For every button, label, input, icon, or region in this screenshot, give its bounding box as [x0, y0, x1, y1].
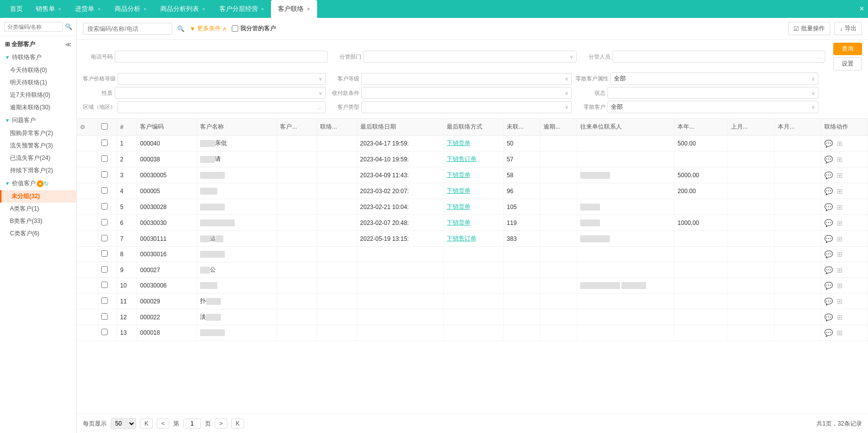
- last-method-col-header[interactable]: 最后联络方式: [444, 119, 504, 136]
- grid-icon[interactable]: ⊞: [837, 155, 843, 163]
- checkbox-cell[interactable]: [98, 231, 117, 247]
- chat-icon[interactable]: 💬: [824, 297, 833, 305]
- chat-icon[interactable]: 💬: [824, 140, 833, 147]
- checkbox-cell[interactable]: [98, 247, 117, 262]
- window-close-icon[interactable]: ×: [860, 4, 864, 13]
- phone-input[interactable]: [115, 51, 328, 63]
- batch-operation-btn[interactable]: ☑ 批量操作: [788, 22, 830, 35]
- sidebar-group-title[interactable]: ▼价值客户 ● ↻: [0, 177, 76, 190]
- checkbox-cell[interactable]: [98, 167, 117, 183]
- chat-icon[interactable]: 💬: [824, 171, 833, 179]
- this-year-col-header[interactable]: 本年...: [674, 119, 728, 136]
- chat-icon[interactable]: 💬: [824, 203, 833, 211]
- refresh-icon[interactable]: ↻: [44, 180, 49, 187]
- code-col-header[interactable]: 客户编码 :: [137, 119, 197, 136]
- last-method-link[interactable]: 下销货单: [447, 203, 470, 210]
- page-input[interactable]: [183, 419, 201, 429]
- name-col-header[interactable]: 客户名称 :: [197, 119, 277, 136]
- checkbox-col-header[interactable]: [98, 119, 117, 136]
- sidebar-group-title[interactable]: ▼问题客户: [0, 114, 76, 127]
- retail-customer-select[interactable]: 全部∨: [607, 101, 818, 113]
- chat-icon[interactable]: 💬: [824, 282, 833, 289]
- tab-close-icon[interactable]: ×: [261, 6, 264, 12]
- region-select[interactable]: …: [118, 101, 326, 113]
- last-method-link[interactable]: 下销货单: [447, 140, 470, 146]
- sidebar-item[interactable]: C类客户(6): [0, 227, 76, 240]
- contact-col-header[interactable]: 联络... :: [317, 119, 357, 136]
- price-level-select[interactable]: ∨: [118, 73, 326, 85]
- retail-attr-select[interactable]: 全部∨: [610, 72, 818, 85]
- tab-close-icon[interactable]: ×: [202, 6, 205, 12]
- grid-icon[interactable]: ⊞: [837, 329, 843, 337]
- sidebar-item[interactable]: 逾期未联络(30): [0, 101, 76, 114]
- company-contact-col-header[interactable]: 往来单位联系人: [577, 119, 674, 136]
- export-btn[interactable]: ↓ 导出: [834, 22, 862, 35]
- dept-select[interactable]: ∨: [363, 51, 576, 63]
- checkbox-cell[interactable]: [98, 199, 117, 215]
- checkbox-cell[interactable]: [98, 215, 117, 231]
- chat-icon[interactable]: 💬: [824, 250, 833, 258]
- sidebar-group-title[interactable]: ▼待联络客户: [0, 51, 76, 64]
- tab-close-icon[interactable]: ×: [143, 6, 146, 12]
- sidebar-search-input[interactable]: [4, 22, 63, 32]
- last-method-link[interactable]: 下销售订单: [447, 235, 476, 242]
- overdue-col-header[interactable]: 逾期...: [540, 119, 577, 136]
- last-method-link[interactable]: 下销货单: [447, 219, 470, 226]
- checkbox-cell[interactable]: [98, 136, 117, 151]
- chat-icon[interactable]: 💬: [824, 155, 833, 163]
- nature-select[interactable]: ∨: [115, 87, 326, 99]
- first-page-btn[interactable]: K: [140, 419, 153, 429]
- last-month-col-header[interactable]: 上月...: [728, 119, 774, 136]
- payment-select[interactable]: ∨: [361, 87, 572, 99]
- grid-icon[interactable]: ⊞: [837, 282, 843, 289]
- sidebar-item[interactable]: A类客户(1): [0, 203, 76, 215]
- checkbox-cell[interactable]: [98, 293, 117, 309]
- filter-search-icon[interactable]: 🔍: [177, 25, 185, 32]
- tab-close-icon[interactable]: ×: [97, 6, 100, 12]
- checkbox-cell[interactable]: [98, 309, 117, 325]
- nav-tab-客户联络[interactable]: 客户联络×: [271, 0, 317, 18]
- next-page-btn[interactable]: >: [215, 419, 227, 429]
- sidebar-item[interactable]: 明天待联络(1): [0, 76, 76, 89]
- reset-btn[interactable]: 设置: [833, 57, 862, 71]
- checkbox-cell[interactable]: [98, 151, 117, 167]
- chat-icon[interactable]: 💬: [824, 187, 833, 195]
- last-method-link[interactable]: 下销售订单: [447, 155, 476, 162]
- grid-icon[interactable]: ⊞: [837, 313, 843, 321]
- grid-icon[interactable]: ⊞: [837, 203, 843, 211]
- grid-icon[interactable]: ⊞: [837, 187, 843, 195]
- all-customers-header[interactable]: ⊞ 全部客户 ≪: [0, 36, 76, 51]
- last-page-btn[interactable]: K: [231, 419, 244, 429]
- chat-icon[interactable]: 💬: [824, 219, 833, 227]
- tab-close-icon[interactable]: ×: [58, 6, 61, 12]
- sidebar-search-icon[interactable]: 🔍: [65, 23, 72, 30]
- grid-icon[interactable]: ⊞: [837, 171, 843, 179]
- prev-page-btn[interactable]: <: [157, 419, 169, 429]
- more-conditions-btn[interactable]: ▼ 更多条件 ∧: [190, 24, 227, 33]
- sidebar-item[interactable]: 近7天待联络(0): [0, 89, 76, 101]
- checkbox-cell[interactable]: [98, 183, 117, 199]
- grid-icon[interactable]: ⊞: [837, 266, 843, 274]
- sidebar-item[interactable]: 已流失客户(24): [0, 152, 76, 164]
- type-col-header[interactable]: 客户... :: [277, 119, 317, 136]
- chat-icon[interactable]: 💬: [824, 313, 833, 321]
- checkbox-cell[interactable]: [98, 262, 117, 278]
- chat-icon[interactable]: 💬: [824, 266, 833, 274]
- sidebar-item[interactable]: B类客户(33): [0, 215, 76, 227]
- nav-home[interactable]: 首页: [4, 4, 29, 13]
- manager-select[interactable]: …: [612, 51, 825, 63]
- nav-tab-商品分析列表[interactable]: 商品分析列表×: [153, 0, 212, 18]
- checkbox-cell[interactable]: [98, 325, 117, 341]
- chat-icon[interactable]: 💬: [824, 329, 833, 337]
- grid-icon[interactable]: ⊞: [837, 140, 843, 147]
- sidebar-collapse-icon[interactable]: ≪: [65, 41, 71, 48]
- nav-tab-进货单[interactable]: 进货单×: [68, 0, 107, 18]
- last-method-link[interactable]: 下销货单: [447, 187, 470, 194]
- sidebar-item[interactable]: 持续下滑客户(2): [0, 164, 76, 177]
- customer-level-select[interactable]: ∨: [361, 73, 572, 85]
- last-date-col-header[interactable]: 最后联络日期: [357, 119, 444, 136]
- sidebar-item[interactable]: 囤购异常客户(2): [0, 127, 76, 140]
- grid-icon[interactable]: ⊞: [837, 297, 843, 305]
- grid-icon[interactable]: ⊞: [837, 219, 843, 227]
- grid-icon[interactable]: ⊞: [837, 235, 843, 243]
